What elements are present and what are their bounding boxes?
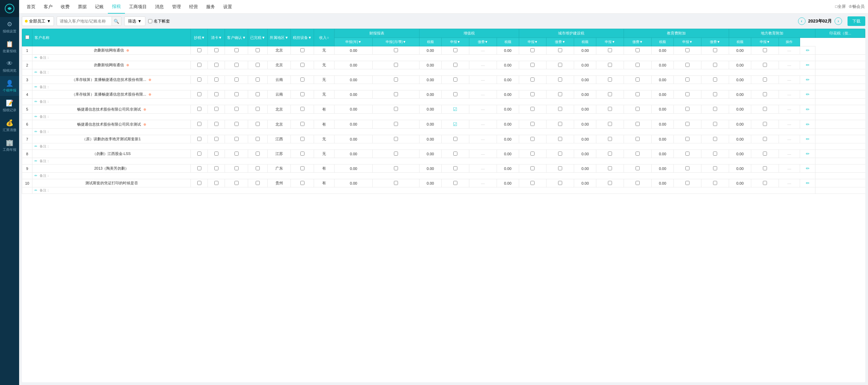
qingka-checkbox[interactable] xyxy=(214,92,218,96)
cell-edit[interactable]: ✏ xyxy=(800,46,815,55)
yh-sb-checkbox[interactable] xyxy=(763,181,767,185)
yh-sb-checkbox[interactable] xyxy=(763,48,767,52)
caibao-month-checkbox[interactable] xyxy=(394,152,398,156)
cs-sb-checkbox[interactable] xyxy=(530,166,535,170)
yh-sb-checkbox[interactable] xyxy=(763,107,767,111)
cs-sb-checkbox[interactable] xyxy=(530,77,535,82)
sidebar-item-huisuanqingjiao[interactable]: 💰 汇算清缴 xyxy=(0,116,19,136)
cs-jf-checkbox[interactable] xyxy=(558,107,562,111)
nav-jizhang[interactable]: 记账 xyxy=(91,0,108,14)
cell-edit[interactable]: ✏ xyxy=(800,76,815,84)
df-sb-checkbox[interactable] xyxy=(685,107,689,111)
df-sb-checkbox[interactable] xyxy=(685,122,689,126)
chaoshui-checkbox[interactable] xyxy=(197,48,201,52)
df-sb-checkbox[interactable] xyxy=(685,137,689,141)
shuikong-checkbox[interactable] xyxy=(300,181,304,185)
kehu-queren-checkbox[interactable] xyxy=(234,122,239,126)
nav-gongshang[interactable]: 工商项目 xyxy=(125,0,151,14)
jy-sb-checkbox[interactable] xyxy=(608,92,612,96)
caibao-month-checkbox[interactable] xyxy=(394,181,398,185)
yh-sb-checkbox[interactable] xyxy=(763,166,767,170)
cs-jf-checkbox[interactable] xyxy=(558,181,562,185)
chaoshui-checkbox[interactable] xyxy=(197,107,201,111)
kehu-queren-checkbox[interactable] xyxy=(234,166,239,170)
edit-icon[interactable]: ✏ xyxy=(806,107,810,112)
df-jf-checkbox[interactable] xyxy=(713,63,717,67)
sidebar-item-baoshuijilu[interactable]: 📝 报税记录 xyxy=(0,96,19,116)
note-edit-icon[interactable]: ✏ xyxy=(34,188,37,192)
checkbox-input[interactable] xyxy=(148,19,152,23)
yiwanshui-checkbox[interactable] xyxy=(256,92,260,96)
jy-jf-checkbox[interactable] xyxy=(636,48,640,52)
caibao-month-checkbox[interactable] xyxy=(394,92,398,96)
cell-edit[interactable]: ✏ xyxy=(800,179,815,187)
df-sb-checkbox[interactable] xyxy=(685,63,689,67)
cs-sb-checkbox[interactable] xyxy=(530,122,535,126)
zzs-sb-checkbox[interactable] xyxy=(453,63,457,67)
note-edit-icon[interactable]: ✏ xyxy=(34,56,37,59)
cell-edit[interactable]: ✏ xyxy=(800,105,815,114)
edit-icon[interactable]: ✏ xyxy=(806,62,810,68)
yiwanshui-checkbox[interactable] xyxy=(256,152,260,156)
chaoshui-checkbox[interactable] xyxy=(197,122,201,126)
chaoshui-checkbox[interactable] xyxy=(197,77,201,82)
jy-jf-checkbox[interactable] xyxy=(636,122,640,126)
nav-fuwu[interactable]: 服务 xyxy=(202,0,219,14)
jy-sb-checkbox[interactable] xyxy=(608,181,612,185)
caibao-month-checkbox[interactable] xyxy=(394,63,398,67)
qingka-checkbox[interactable] xyxy=(214,181,218,185)
shuikong-checkbox[interactable] xyxy=(300,166,304,170)
cs-sb-checkbox[interactable] xyxy=(530,92,535,96)
qingka-checkbox[interactable] xyxy=(214,63,218,67)
cs-jf-checkbox[interactable] xyxy=(558,63,562,67)
caibao-month-checkbox[interactable] xyxy=(394,48,398,52)
download-button[interactable]: 下载 xyxy=(848,16,865,26)
jy-jf-checkbox[interactable] xyxy=(636,77,640,82)
jy-sb-checkbox[interactable] xyxy=(608,152,612,156)
note-edit-icon[interactable]: ✏ xyxy=(34,159,37,163)
jy-jf-checkbox[interactable] xyxy=(636,152,640,156)
kehu-queren-checkbox[interactable] xyxy=(234,107,239,111)
cs-jf-checkbox[interactable] xyxy=(558,137,562,141)
df-jf-checkbox[interactable] xyxy=(713,166,717,170)
zzs-sb-checkbox[interactable] xyxy=(453,48,457,52)
filter-button[interactable]: 筛选 ▼ xyxy=(124,16,145,26)
jy-jf-checkbox[interactable] xyxy=(636,166,640,170)
jy-jf-checkbox[interactable] xyxy=(636,92,640,96)
jy-sb-checkbox[interactable] xyxy=(608,137,612,141)
sidebar-item-geshuishenbao[interactable]: 👤 个税申报 xyxy=(0,76,19,96)
note-edit-icon[interactable]: ✏ xyxy=(34,100,37,103)
yiwanshui-checkbox[interactable] xyxy=(256,122,260,126)
df-jf-checkbox[interactable] xyxy=(713,92,717,96)
jy-sb-checkbox[interactable] xyxy=(608,107,612,111)
note-edit-icon[interactable]: ✏ xyxy=(34,115,37,118)
cell-edit[interactable]: ✏ xyxy=(800,61,815,69)
edit-icon[interactable]: ✏ xyxy=(806,48,810,53)
cs-jf-checkbox[interactable] xyxy=(558,152,562,156)
qingka-checkbox[interactable] xyxy=(214,77,218,82)
date-next-button[interactable]: › xyxy=(835,17,842,25)
checkbox-mingxiazhangtao[interactable]: 名下帐套 xyxy=(148,18,170,24)
shuikong-checkbox[interactable] xyxy=(300,122,304,126)
df-jf-checkbox[interactable] xyxy=(713,152,717,156)
shuikong-checkbox[interactable] xyxy=(300,63,304,67)
zzs-sb-checkbox[interactable] xyxy=(453,152,457,156)
yh-sb-checkbox[interactable] xyxy=(763,137,767,141)
date-prev-button[interactable]: ‹ xyxy=(798,17,806,25)
yiwanshui-checkbox[interactable] xyxy=(256,137,260,141)
chaoshui-checkbox[interactable] xyxy=(197,181,201,185)
sidebar-item-piliangbaoshui[interactable]: 📋 批量报税 xyxy=(0,37,19,57)
search-input[interactable] xyxy=(57,19,112,24)
df-sb-checkbox[interactable] xyxy=(685,77,689,82)
note-edit-icon[interactable]: ✏ xyxy=(34,70,37,74)
chaoshui-checkbox[interactable] xyxy=(197,166,201,170)
search-button[interactable]: 🔍 xyxy=(112,16,121,26)
edit-icon[interactable]: ✏ xyxy=(806,137,810,142)
jy-sb-checkbox[interactable] xyxy=(608,122,612,126)
nav-shezhi[interactable]: 设置 xyxy=(219,0,236,14)
cell-edit[interactable]: ✏ xyxy=(800,165,815,173)
df-jf-checkbox[interactable] xyxy=(713,48,717,52)
caibao-month-checkbox[interactable] xyxy=(394,166,398,170)
cell-edit[interactable]: ✏ xyxy=(800,90,815,99)
nav-baoshui[interactable]: 报税 xyxy=(108,0,125,14)
